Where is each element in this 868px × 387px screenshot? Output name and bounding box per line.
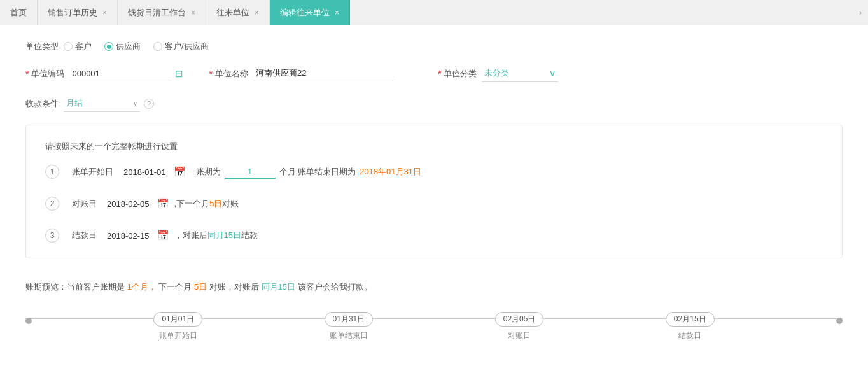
radio-customer-circle bbox=[64, 42, 73, 51]
timeline-end-dot bbox=[836, 318, 843, 324]
unit-category-select[interactable]: 未分类 ∨ bbox=[482, 65, 558, 82]
tab-partner-unit-close[interactable]: × bbox=[255, 8, 259, 17]
page-content: 单位类型 客户 供应商 客户/供应商 * 单位编码 ⊟ * 单位名称 bbox=[0, 25, 868, 387]
step-1-period-end-date: 2018年01月31日 bbox=[360, 166, 421, 178]
timeline-item-3: 02月15日 结款日 bbox=[666, 312, 715, 341]
unit-code-input[interactable] bbox=[69, 66, 171, 81]
section-title: 请按照未来的一个完整帐期进行设置 bbox=[45, 141, 823, 152]
payment-terms-select[interactable]: 月结 ∨ bbox=[64, 95, 140, 112]
step-2-label: 对账日 bbox=[72, 198, 97, 209]
step-3-desc-after: 结款 bbox=[241, 230, 258, 241]
unit-info-row: * 单位编码 ⊟ * 单位名称 * 单位分类 未分类 ∨ bbox=[25, 65, 843, 82]
step-2-highlight: 5日 bbox=[209, 198, 222, 209]
unit-type-row: 单位类型 客户 供应商 客户/供应商 bbox=[25, 41, 843, 52]
step-1-calendar-icon[interactable]: 📅 bbox=[174, 166, 186, 178]
timeline-label-2: 对账日 bbox=[508, 330, 531, 341]
step-3-desc-before: ，对账后 bbox=[174, 230, 207, 241]
tab-cash-work-close[interactable]: × bbox=[191, 8, 195, 17]
step-1-num: 1 bbox=[45, 165, 59, 179]
timeline: 01月01日 账单开始日 01月31日 账单结束日 02月05日 对账日 02月… bbox=[25, 306, 843, 354]
tab-home-label: 首页 bbox=[10, 7, 27, 18]
period-value-input[interactable] bbox=[225, 165, 276, 179]
step-3-num: 3 bbox=[45, 229, 59, 243]
payment-terms-chevron-icon: ∨ bbox=[133, 100, 137, 107]
unit-code-required-star: * bbox=[25, 69, 29, 79]
step-1-period-suffix: 个月,账单结束日期为 bbox=[279, 166, 356, 178]
preview-highlight2: 同月15日 bbox=[262, 282, 295, 292]
unit-code-label: 单位编码 bbox=[31, 68, 64, 80]
step-2-calendar-icon[interactable]: 📅 bbox=[157, 198, 169, 209]
unit-name-label: 单位名称 bbox=[215, 68, 248, 80]
preview-desc3: 该客户会给我打款。 bbox=[298, 282, 372, 292]
step-2-num: 2 bbox=[45, 197, 59, 211]
preview-label: 账期预览：当前客户账期是 bbox=[25, 282, 125, 292]
step-1-row: 1 账单开始日 2018-01-01 📅 账期为 个月,账单结束日期为 2018… bbox=[45, 165, 823, 179]
timeline-node-0: 01月01日 bbox=[153, 312, 202, 327]
tab-cash-work-label: 钱货日清工作台 bbox=[128, 7, 186, 18]
unit-type-label: 单位类型 bbox=[25, 41, 59, 52]
timeline-item-2: 02月05日 对账日 bbox=[495, 312, 544, 341]
step-3-highlight: 同月15日 bbox=[207, 230, 241, 241]
timeline-node-2: 02月05日 bbox=[495, 312, 544, 327]
step-2-desc-before: ,下一个月 bbox=[174, 198, 210, 209]
unit-category-required-star: * bbox=[438, 69, 441, 79]
unit-category-value: 未分类 bbox=[484, 67, 547, 79]
tab-sales-order-history-close[interactable]: × bbox=[102, 8, 107, 17]
step-3-date: 2018-02-15 bbox=[107, 231, 150, 241]
timeline-label-1: 账单结束日 bbox=[330, 330, 368, 341]
tabs-more-arrow[interactable]: › bbox=[853, 8, 868, 17]
step-3-row: 3 结款日 2018-02-15 📅 ，对账后 同月15日 结款 bbox=[45, 229, 823, 243]
radio-supplier[interactable]: 供应商 bbox=[104, 41, 141, 52]
timeline-item-1: 01月31日 账单结束日 bbox=[325, 312, 374, 341]
timeline-items: 01月01日 账单开始日 01月31日 账单结束日 02月05日 对账日 02月… bbox=[25, 312, 843, 341]
timeline-start-dot bbox=[25, 318, 32, 324]
tab-edit-partner-unit-close[interactable]: × bbox=[335, 8, 339, 17]
radio-customer-label: 客户 bbox=[75, 41, 92, 52]
radio-customer-supplier-label: 客户/供应商 bbox=[165, 41, 209, 52]
radio-customer-supplier-circle bbox=[153, 42, 162, 51]
step-3-calendar-icon[interactable]: 📅 bbox=[157, 230, 169, 241]
preview-row: 账期预览：当前客户账期是 1个月， 下一个月 5日 对账，对账后 同月15日 该… bbox=[25, 271, 843, 306]
step-2-desc-after: 对账 bbox=[222, 198, 239, 209]
period-settings-section: 请按照未来的一个完整帐期进行设置 1 账单开始日 2018-01-01 📅 账期… bbox=[25, 125, 843, 258]
timeline-node-1: 01月31日 bbox=[325, 312, 374, 327]
timeline-label-0: 账单开始日 bbox=[159, 330, 197, 341]
step-1-label: 账单开始日 bbox=[72, 166, 113, 178]
unit-type-radio-group: 客户 供应商 客户/供应商 bbox=[64, 41, 209, 52]
preview-desc2: 对账，对账后 bbox=[209, 282, 259, 292]
step-1-date: 2018-01-01 bbox=[123, 167, 166, 177]
step-3-label: 结款日 bbox=[72, 230, 97, 241]
payment-terms-help-icon[interactable]: ? bbox=[144, 99, 154, 109]
step-1-period-prefix: 账期为 bbox=[196, 166, 221, 178]
preview-highlight1: 5日 bbox=[194, 282, 207, 292]
payment-terms-row: 收款条件 月结 ∨ ? bbox=[25, 95, 843, 112]
unit-code-copy-icon[interactable]: ⊟ bbox=[175, 68, 183, 80]
unit-name-required-star: * bbox=[209, 69, 212, 79]
timeline-item-0: 01月01日 账单开始日 bbox=[153, 312, 202, 341]
unit-category-chevron-icon: ∨ bbox=[549, 68, 556, 78]
tab-edit-partner-unit-label: 编辑往来单位 bbox=[280, 7, 330, 18]
radio-supplier-circle bbox=[104, 42, 113, 51]
tab-sales-order-history-label: 销售订单历史 bbox=[48, 7, 97, 18]
timeline-label-3: 结款日 bbox=[678, 330, 701, 341]
preview-desc1: 下一个月 bbox=[158, 282, 192, 292]
tab-home[interactable]: 首页 bbox=[0, 0, 38, 25]
radio-supplier-label: 供应商 bbox=[116, 41, 141, 52]
preview-period: 1个月， bbox=[127, 282, 157, 292]
radio-customer[interactable]: 客户 bbox=[64, 41, 92, 52]
payment-terms-value: 月结 bbox=[66, 97, 130, 109]
payment-terms-label: 收款条件 bbox=[25, 98, 59, 109]
unit-category-label: 单位分类 bbox=[444, 68, 477, 80]
radio-customer-supplier[interactable]: 客户/供应商 bbox=[153, 41, 209, 52]
tabs-bar: 首页 销售订单历史 × 钱货日清工作台 × 往来单位 × 编辑往来单位 × › bbox=[0, 0, 868, 25]
step-2-row: 2 对账日 2018-02-05 📅 ,下一个月 5日 对账 bbox=[45, 197, 823, 211]
tab-partner-unit-label: 往来单位 bbox=[216, 7, 249, 18]
step-2-date: 2018-02-05 bbox=[107, 199, 150, 209]
tab-partner-unit[interactable]: 往来单位 × bbox=[206, 0, 270, 25]
tab-cash-work[interactable]: 钱货日清工作台 × bbox=[118, 0, 206, 25]
tab-sales-order-history[interactable]: 销售订单历史 × bbox=[38, 0, 118, 25]
tab-edit-partner-unit[interactable]: 编辑往来单位 × bbox=[270, 0, 350, 25]
timeline-node-3: 02月15日 bbox=[666, 312, 715, 327]
unit-name-input[interactable] bbox=[253, 66, 393, 81]
